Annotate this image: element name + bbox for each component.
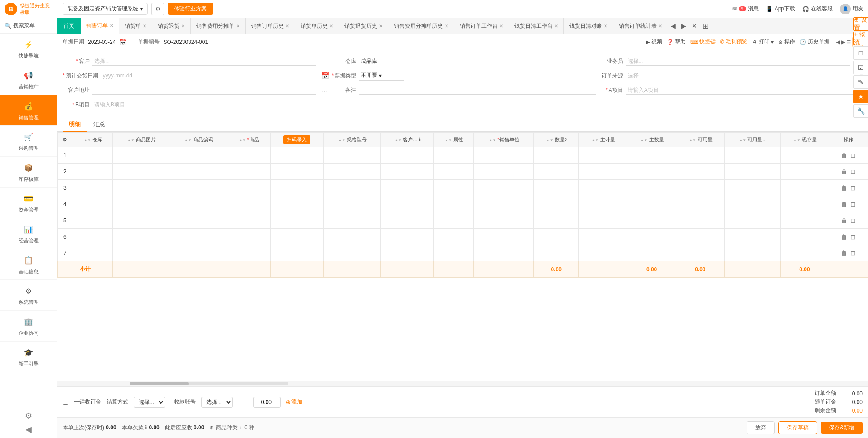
row-main-qty[interactable] [627, 164, 676, 180]
row-customer-code[interactable] [381, 245, 433, 261]
row-sales-unit[interactable] [474, 164, 534, 180]
row-avail-qty2[interactable] [724, 196, 780, 212]
copy-icon[interactable]: ⊡ [850, 217, 856, 224]
row-warehouse[interactable] [73, 164, 112, 180]
one-click-collect-checkbox[interactable] [63, 399, 68, 405]
row-current-stock[interactable] [780, 196, 829, 212]
tab-close-icon[interactable]: ✕ [236, 24, 240, 29]
tab-cash-daily[interactable]: 钱货日清工作台 ✕ [509, 18, 564, 34]
tab-close-icon[interactable]: ✕ [499, 24, 503, 29]
row-warehouse[interactable] [73, 229, 112, 245]
row-qty2[interactable] [534, 229, 579, 245]
tab-order-workbench[interactable]: 销售订单工作台 ✕ [454, 18, 509, 34]
delete-icon[interactable]: 🗑 [841, 250, 847, 257]
row-avail-qty2[interactable] [724, 147, 780, 164]
row-avail-qty2[interactable] [724, 180, 780, 196]
row-attribute[interactable] [433, 245, 473, 261]
amount-input[interactable] [253, 397, 281, 408]
row-spec[interactable] [324, 196, 381, 212]
delete-icon[interactable]: 🗑 [841, 201, 847, 208]
tab-close-icon[interactable]: ✕ [445, 24, 448, 29]
row-customer-code[interactable] [381, 229, 433, 245]
goods-count-icon[interactable]: ⊕ [209, 424, 214, 431]
row-attribute[interactable] [433, 164, 473, 180]
row-current-stock[interactable] [780, 212, 829, 229]
scan-button[interactable]: 扫码录入 [283, 135, 310, 144]
row-product-img[interactable] [113, 147, 170, 164]
message-button[interactable]: ✉ 9 消息 [732, 5, 759, 13]
tab-close-icon[interactable]: ✕ [143, 24, 146, 29]
tab-home[interactable]: 首页 [57, 18, 81, 34]
row-main-qty[interactable] [627, 180, 676, 196]
delete-icon[interactable]: 🗑 [841, 168, 847, 175]
tab-close-icon[interactable]: ✕ [379, 24, 383, 29]
row-customer-code[interactable] [381, 147, 433, 164]
delete-icon[interactable]: 🗑 [841, 233, 847, 241]
tab-expand-button[interactable]: ⊞ [700, 18, 711, 34]
row-current-stock[interactable] [780, 245, 829, 261]
row-sales-unit[interactable] [474, 196, 534, 212]
row-qty2[interactable] [534, 212, 579, 229]
row-warehouse[interactable] [73, 196, 112, 212]
a-project-input[interactable] [626, 86, 863, 95]
salesperson-input[interactable] [626, 57, 850, 66]
row-spec[interactable] [324, 229, 381, 245]
warehouse-dots-icon[interactable]: … [380, 58, 390, 65]
copy-icon[interactable]: ⊡ [850, 250, 856, 257]
row-main-unit[interactable] [579, 229, 627, 245]
rfp-btn2[interactable]: ☑ [853, 61, 868, 74]
sidebar-item-marketing[interactable]: 📢 营销推广 [0, 64, 57, 95]
tab-close-icon[interactable]: ✕ [330, 24, 333, 29]
print-link[interactable]: 🖨 打印 ▾ [752, 38, 774, 46]
save-new-button[interactable]: 保存&新增 [821, 422, 863, 434]
industry-solution-button[interactable]: 体验行业方案 [168, 3, 213, 15]
row-product-img[interactable] [113, 164, 170, 180]
tab-next-button[interactable]: ▶ [679, 18, 689, 34]
user-avatar[interactable]: 👤 用友 [840, 4, 863, 14]
row-customer-code[interactable] [381, 180, 433, 196]
invoice-type-select[interactable]: 不开票 ▾ [359, 71, 404, 81]
help-link[interactable]: ❓ 帮助 [667, 38, 686, 46]
th-gear[interactable]: ⚙ [58, 133, 73, 147]
row-avail-qty2[interactable] [724, 229, 780, 245]
copy-icon[interactable]: ⊡ [850, 201, 856, 208]
row-product-img[interactable] [113, 229, 170, 245]
row-product-img[interactable] [113, 245, 170, 261]
delete-icon[interactable]: 🗑 [841, 217, 847, 224]
sidebar-item-operations[interactable]: 📊 经营管理 [0, 218, 57, 249]
account-dots-icon[interactable]: … [238, 399, 248, 406]
next-record-icon[interactable]: ▶ [841, 39, 845, 45]
row-attribute[interactable] [433, 229, 473, 245]
tab-sales-order[interactable]: 销售订单 ✕ [81, 18, 119, 34]
tab-summary[interactable]: 汇总 [87, 118, 112, 132]
row-spec[interactable] [324, 147, 381, 164]
row-main-qty[interactable] [627, 212, 676, 229]
row-main-unit[interactable] [579, 180, 627, 196]
sidebar-item-guide[interactable]: 🎓 新手引导 [0, 342, 57, 372]
customer-input[interactable] [92, 57, 316, 66]
row-main-qty[interactable] [627, 229, 676, 245]
scrollbar-row[interactable] [57, 381, 868, 386]
app-download-button[interactable]: 📱 App下载 [766, 5, 795, 13]
row-product-code[interactable] [170, 196, 227, 212]
row-main-qty[interactable] [627, 196, 676, 212]
horizontal-scrollbar[interactable] [130, 382, 288, 385]
tab-sales-summary[interactable]: 销售订单统计表 ✕ [613, 18, 668, 34]
row-current-stock[interactable] [780, 164, 829, 180]
row-warehouse[interactable] [73, 147, 112, 164]
tab-close-icon[interactable]: ✕ [181, 24, 185, 29]
row-main-qty[interactable] [627, 245, 676, 261]
row-main-unit[interactable] [579, 245, 627, 261]
copy-icon[interactable]: ⊡ [850, 168, 856, 175]
calendar-icon[interactable]: 📅 [119, 39, 127, 46]
sidebar-item-system[interactable]: ⚙ 系统管理 [0, 280, 57, 311]
row-product[interactable] [227, 164, 271, 180]
sidebar-item-enterprise[interactable]: 🏢 企业协同 [0, 311, 57, 342]
row-avail-qty2[interactable] [724, 245, 780, 261]
system-selector[interactable]: 装备及固定资产辅助管理系统 ▾ [63, 3, 148, 15]
delete-icon[interactable]: 🗑 [841, 152, 847, 159]
row-product-code[interactable] [170, 164, 227, 180]
row-current-stock[interactable] [780, 229, 829, 245]
row-product[interactable] [227, 212, 271, 229]
payment-method-select[interactable]: 选择... [134, 397, 165, 408]
